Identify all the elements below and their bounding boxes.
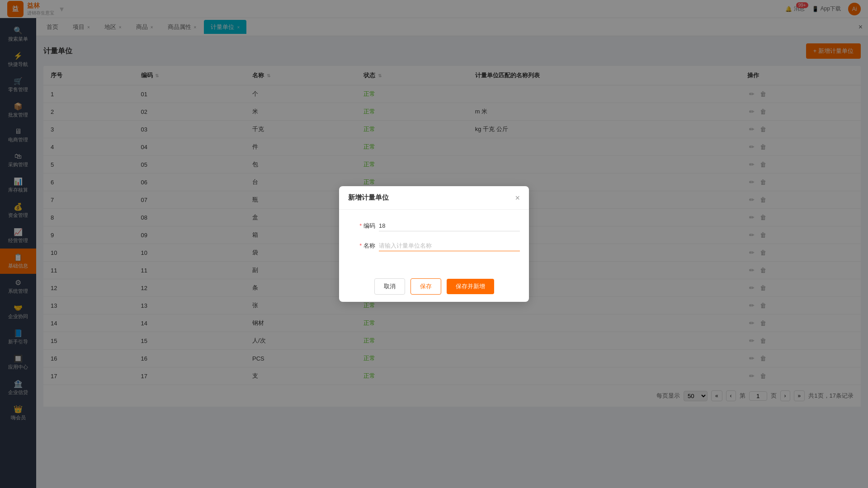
name-input[interactable] bbox=[379, 240, 520, 251]
modal-footer: 取消 保存 保存并新增 bbox=[339, 271, 529, 302]
cancel-button[interactable]: 取消 bbox=[374, 278, 405, 295]
app-container: 益 益林 进销存生意宝 ▾ 🔔 消息 99+ 📱 App下载 Ai bbox=[0, 0, 868, 488]
modal-close-button[interactable]: × bbox=[515, 194, 520, 202]
name-form-group: 名称 bbox=[348, 240, 520, 251]
modal-overlay: 新增计量单位 × 编码 名称 取消 保存 bbox=[0, 0, 868, 488]
name-label: 名称 bbox=[348, 242, 375, 250]
code-form-group: 编码 bbox=[348, 221, 520, 231]
modal-title: 新增计量单位 bbox=[348, 193, 389, 202]
code-label: 编码 bbox=[348, 222, 375, 230]
add-unit-modal: 新增计量单位 × 编码 名称 取消 保存 bbox=[339, 186, 529, 302]
code-input[interactable] bbox=[379, 221, 520, 231]
modal-body: 编码 名称 bbox=[339, 210, 529, 271]
save-button[interactable]: 保存 bbox=[410, 278, 441, 295]
save-new-button[interactable]: 保存并新增 bbox=[447, 279, 494, 294]
modal-header: 新增计量单位 × bbox=[339, 186, 529, 210]
